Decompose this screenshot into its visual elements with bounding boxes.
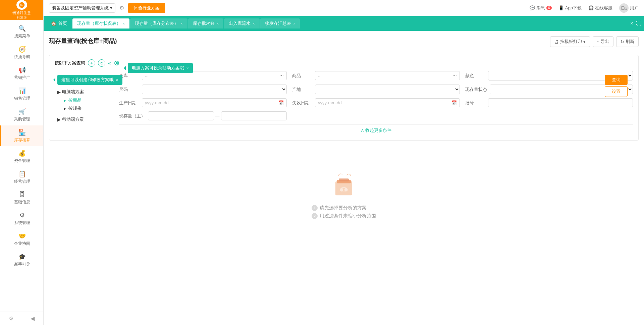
- sidebar-item-operations[interactable]: 📋 经营管理: [0, 167, 43, 188]
- sub-arrow-icon2: ▸: [64, 106, 66, 111]
- sidebar-item-inventory[interactable]: 🏪 库存核算: [0, 125, 43, 146]
- filter-row-4: 现存量（主） —: [119, 111, 633, 120]
- user-avatar: Ea: [619, 3, 629, 13]
- origin-label: 产地: [292, 87, 312, 93]
- chart-icon: 📊: [18, 87, 26, 95]
- sidebar-item-basic[interactable]: 🗄 基础信息: [0, 188, 43, 208]
- tooltip2-close-btn[interactable]: ×: [116, 77, 118, 83]
- online-service-item[interactable]: 🎧 在线客服: [588, 5, 612, 11]
- message-item[interactable]: 💬 消息 6: [530, 5, 552, 11]
- topbar: 装备及固定资产辅助管理系统 ▾ ⚙ 体验行业方案 💬 消息 6 📱 App下载 …: [44, 0, 644, 16]
- filter-title: 按以下方案查询: [55, 60, 85, 66]
- headset-icon: 🎧: [588, 5, 594, 10]
- tab-close-inventory-status[interactable]: ×: [123, 21, 125, 25]
- empty-hint-2: 2 用过滤条件来缩小分析范围: [312, 213, 376, 219]
- sidebar-item-guide[interactable]: 🎓 新手引导: [0, 250, 43, 271]
- sidebar-footer: ⚙ ◀: [0, 312, 43, 325]
- svg-point-5: [340, 188, 343, 192]
- sidebar-item-finance[interactable]: 💰 资金管理: [0, 146, 43, 167]
- scheme-item-goods[interactable]: ▸ 按商品: [57, 96, 112, 104]
- batch-label: 批号: [465, 100, 485, 106]
- goods-label: 商品: [292, 73, 312, 79]
- batch-input[interactable]: [488, 98, 633, 107]
- database-icon: 🗄: [19, 191, 25, 198]
- inv-main-min[interactable]: [148, 111, 214, 120]
- svg-point-6: [344, 188, 348, 192]
- filter-row-2: 尺码 产地 现存量状态: [119, 85, 633, 94]
- toolbar: 🖨 按模板打印 ▾ ↑ 导出 ↻ 刷新: [550, 36, 639, 47]
- export-btn[interactable]: ↑ 导出: [593, 36, 614, 47]
- sidebar-item-search[interactable]: 🔍 搜索菜单: [0, 21, 43, 42]
- empty-hint-1: 1 请先选择要分析的方案: [312, 205, 376, 211]
- svg-rect-4: [339, 178, 349, 181]
- sidebar-nav: 🔍 搜索菜单 🧭 快捷导航 📢 营销推广 📊 销售管理 🛒 采购管理 🏪 库存核…: [0, 20, 43, 312]
- tab-expand-btn[interactable]: ⛶: [636, 20, 641, 26]
- refresh-btn[interactable]: ↻ 刷新: [616, 36, 639, 47]
- guide-icon: 🎓: [18, 253, 26, 261]
- logo-icon: 畅: [16, 0, 27, 10]
- tab-close-recv-send-summary[interactable]: ×: [293, 21, 295, 25]
- filter-arrow-btn[interactable]: «: [108, 60, 111, 66]
- origin-select[interactable]: [315, 85, 460, 94]
- compass-icon: 🧭: [18, 46, 26, 53]
- hint-num-1: 1: [312, 205, 318, 211]
- app-logo: 畅 畅通好生意 标准版: [0, 0, 43, 20]
- size-select[interactable]: [142, 85, 287, 94]
- filter-field-goods: 商品 ... ⋯: [292, 71, 460, 80]
- megaphone-icon: 📢: [18, 66, 26, 74]
- tab-inventory-status[interactable]: 现存量（库存状况表） ×: [72, 18, 129, 29]
- scheme-group-pc-title[interactable]: ▶ 电脑端方案: [57, 88, 112, 96]
- tab-close-batch-account[interactable]: ×: [217, 21, 219, 25]
- tab-home[interactable]: 🏠 首页: [46, 18, 72, 29]
- exp-date-input[interactable]: yyyy-mm-dd 📅: [315, 98, 460, 107]
- sidebar-item-enterprise[interactable]: 🤝 企业协同: [0, 229, 43, 250]
- calendar-icon: 📅: [278, 100, 284, 105]
- search-btn[interactable]: 查询: [605, 75, 628, 85]
- inv-main-range: —: [148, 111, 287, 120]
- app-download-item[interactable]: 📱 App下载: [558, 5, 582, 11]
- filter-add-btn[interactable]: +: [88, 59, 95, 67]
- settings-btn[interactable]: ⚙: [9, 315, 13, 322]
- svg-rect-2: [335, 181, 352, 196]
- collapse-filter-btn[interactable]: ∧ 收起更多条件: [119, 124, 633, 136]
- print-btn[interactable]: 🖨 按模板打印 ▾: [550, 36, 590, 47]
- sidebar-item-sales[interactable]: 📊 销售管理: [0, 84, 43, 105]
- system-selector[interactable]: 装备及固定资产辅助管理系统 ▾: [49, 3, 115, 13]
- main-content-area: 现存量查询(按仓库+商品) 🖨 按模板打印 ▾ ↑ 导出 ↻ 刷新: [44, 31, 644, 325]
- tab-inventory-dist[interactable]: 现存量（库存分布表） ×: [130, 18, 187, 29]
- inv-main-max[interactable]: [221, 111, 287, 120]
- tooltip-scheme-move: 电脑方案可设为移动方案哦 ×: [128, 63, 193, 73]
- sidebar-item-marketing[interactable]: 📢 营销推广: [0, 63, 43, 84]
- goods-select[interactable]: ... ⋯: [315, 71, 460, 80]
- sidebar-item-purchase[interactable]: 🛒 采购管理: [0, 105, 43, 125]
- topbar-settings-icon[interactable]: ⚙: [119, 5, 124, 11]
- prod-date-input[interactable]: yyyy-mm-dd 📅: [142, 98, 287, 107]
- empty-state: 1 请先选择要分析的方案 2 用过滤条件来缩小分析范围: [49, 141, 639, 246]
- tab-close-in-out-flow[interactable]: ×: [253, 21, 255, 25]
- user-item[interactable]: Ea 用户: [619, 3, 639, 13]
- tabbar-right: × ⛶: [630, 20, 641, 26]
- tooltip1-close-btn[interactable]: ×: [186, 65, 189, 71]
- page-title: 现存量查询(按仓库+商品): [49, 37, 117, 45]
- phone-icon: 📱: [558, 5, 564, 10]
- app-name: 畅通好生意: [12, 10, 31, 15]
- trial-btn[interactable]: 体验行业方案: [128, 3, 165, 13]
- filter-content: 这里可以创建和修改方案哦 × ▶ 电脑端方案 ▸ 按商品: [55, 71, 633, 136]
- filter-refresh-btn[interactable]: ↻: [98, 59, 105, 67]
- tab-close-inventory-dist[interactable]: ×: [180, 21, 182, 25]
- filter-field-size: 尺码: [119, 85, 287, 94]
- warehouse-icon: 🏪: [18, 129, 26, 136]
- scheme-item-spec[interactable]: ▸ 按规格: [57, 104, 112, 112]
- tab-close-all-btn[interactable]: ×: [630, 20, 633, 26]
- tab-in-out-flow[interactable]: 出入库流水 ×: [224, 18, 259, 29]
- scheme-group-mobile-title[interactable]: ▶ 移动端方案: [57, 115, 112, 124]
- filter-field-batch: 批号: [465, 98, 633, 107]
- tab-recv-send-summary[interactable]: 收发存汇总表 ×: [260, 18, 300, 29]
- enterprise-icon: 🤝: [18, 232, 26, 240]
- reset-btn[interactable]: 设置: [605, 86, 628, 97]
- sidebar-item-quicknav[interactable]: 🧭 快捷导航: [0, 42, 43, 63]
- filter-field-exp-date: 失效日期 yyyy-mm-dd 📅: [292, 98, 460, 107]
- sidebar-item-system[interactable]: ⚙ 系统管理: [0, 208, 43, 229]
- tab-batch-account[interactable]: 库存批次账 ×: [188, 18, 223, 29]
- collapse-sidebar-btn[interactable]: ◀: [31, 315, 35, 322]
